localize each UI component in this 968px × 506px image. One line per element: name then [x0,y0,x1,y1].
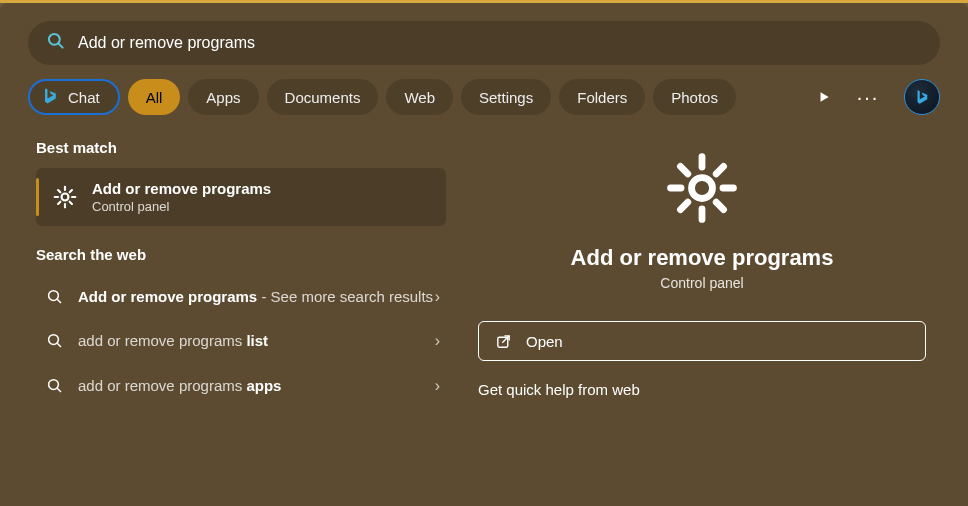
svg-point-2 [62,194,69,201]
web-result-text: Add or remove programs - See more search… [78,287,435,307]
search-icon [46,31,66,55]
open-button[interactable]: Open [478,321,926,361]
bing-icon [40,86,60,109]
filter-photos[interactable]: Photos [653,79,736,115]
best-match-result[interactable]: Add or remove programs Control panel [36,168,446,226]
filter-all[interactable]: All [128,79,181,115]
svg-line-6 [57,344,61,348]
web-result-text: add or remove programs list [78,331,435,351]
svg-line-4 [57,299,61,303]
filter-folders[interactable]: Folders [559,79,645,115]
svg-line-1 [59,44,63,48]
filter-web[interactable]: Web [386,79,453,115]
gear-icon [665,151,739,229]
more-icon[interactable]: ··· [850,79,886,115]
best-match-title: Add or remove programs [92,180,271,197]
web-result[interactable]: add or remove programs list › [36,319,446,363]
svg-line-8 [57,388,61,392]
search-box[interactable]: Add or remove programs [28,21,940,65]
svg-point-3 [49,291,59,301]
search-icon [42,288,68,306]
svg-point-9 [692,178,713,199]
bing-chat-badge[interactable] [904,79,940,115]
detail-title: Add or remove programs [571,245,834,271]
svg-point-7 [49,379,59,389]
open-external-icon [495,333,512,350]
chevron-right-icon: › [435,288,440,306]
filter-settings[interactable]: Settings [461,79,551,115]
web-result[interactable]: Add or remove programs - See more search… [36,275,446,319]
chevron-right-icon: › [435,377,440,395]
best-match-label: Best match [36,139,446,156]
search-icon [42,377,68,395]
web-result-text: add or remove programs apps [78,376,435,396]
filter-apps[interactable]: Apps [188,79,258,115]
start-search-panel: Add or remove programs Chat All Apps Doc… [0,3,968,506]
filter-chat[interactable]: Chat [28,79,120,115]
filter-row: Chat All Apps Documents Web Settings Fol… [28,79,940,115]
web-result[interactable]: add or remove programs apps › [36,364,446,408]
svg-point-5 [49,335,59,345]
best-match-subtitle: Control panel [92,199,271,214]
search-web-label: Search the web [36,246,446,263]
detail-header: Add or remove programs Control panel [464,151,940,291]
gear-icon [50,182,80,212]
play-icon[interactable] [806,79,842,115]
search-query: Add or remove programs [78,34,255,52]
detail-subtitle: Control panel [660,275,743,291]
chevron-right-icon: › [435,332,440,350]
quick-help-label: Get quick help from web [478,381,926,398]
search-icon [42,332,68,350]
filter-documents[interactable]: Documents [267,79,379,115]
